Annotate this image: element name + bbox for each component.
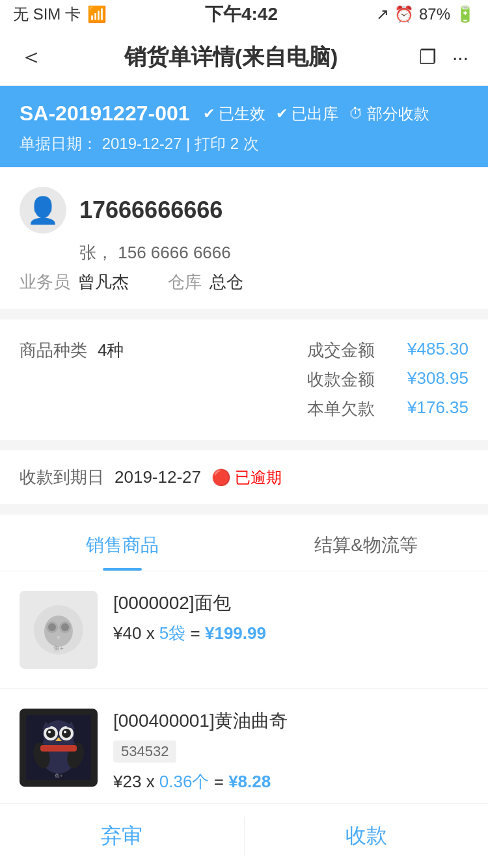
status-tags: ✔ 已生效 ✔ 已出库 ⏱ 部分收款: [203, 103, 429, 124]
owl-icon-placeholder: 鱼+: [33, 604, 85, 656]
overdue-badge: 🔴 已逾期: [211, 467, 282, 488]
status-time: 下午4:42: [205, 2, 278, 27]
product-thumbnail-2: 鱼+: [20, 709, 98, 787]
thumb-placeholder-1: 鱼+: [20, 591, 98, 669]
product-name-2: [000400001]黄油曲奇: [113, 709, 468, 733]
product-price-2: ¥23 x 0.36个 = ¥8.28: [113, 770, 468, 793]
wifi-icon: 📶: [87, 5, 107, 23]
check-icon-1: ✔: [203, 105, 215, 122]
svg-point-15: [48, 731, 51, 733]
multiply-1: x: [146, 623, 159, 643]
date-label: 单据日期：: [20, 135, 98, 152]
list-item: 鱼+ [0000002]面包 ¥40 x 5袋 = ¥199.99: [0, 571, 488, 689]
qty-1: 5袋: [159, 623, 185, 643]
received-label: 收款金额: [297, 368, 375, 391]
tab-settlement[interactable]: 结算&物流等: [244, 515, 488, 571]
meta-warehouse: 仓库 总仓: [168, 271, 243, 293]
tab-section: 销售商品 结算&物流等: [0, 515, 488, 571]
battery-text: 87%: [419, 5, 450, 23]
overdue-text: 已逾期: [235, 467, 282, 488]
tab-sales-label: 销售商品: [86, 535, 159, 555]
status-tag-partial: ⏱ 部分收款: [349, 103, 429, 124]
export-icon[interactable]: ❐: [419, 46, 437, 68]
price-2: ¥23: [113, 772, 141, 791]
qty-2: 0.36个: [159, 772, 210, 791]
customer-section: 👤 17666666666 张， 156 6666 6666 业务员 曾凡杰 仓…: [0, 167, 488, 309]
product-name-1: [0000002]面包: [113, 591, 468, 616]
product-type-count: 4种: [98, 339, 124, 362]
debt-value: ¥176.35: [390, 398, 468, 420]
check-icon-2: ✔: [276, 105, 288, 122]
clock-icon: ⏱: [349, 105, 363, 122]
bottom-bar: 弃审 收款: [0, 803, 488, 868]
svg-point-4: [48, 623, 56, 631]
deal-amount-value: ¥485.30: [390, 339, 468, 362]
avatar-icon: 👤: [27, 195, 59, 226]
amount-section: 商品种类 4种 成交金额 ¥485.30 收款金额 ¥308.95 本单欠款 ¥…: [0, 319, 488, 440]
location-icon: ↗: [376, 5, 389, 23]
order-id: SA-20191227-001: [20, 102, 190, 126]
battery-icon: 🔋: [455, 5, 475, 23]
status-shipped-label: 已出库: [291, 103, 338, 124]
nav-bar: ＜ 销货单详情(来自电脑) ❐ ···: [0, 29, 488, 86]
order-header-banner: SA-20191227-001 ✔ 已生效 ✔ 已出库 ⏱ 部分收款 单据日期：…: [0, 86, 488, 167]
due-label: 收款到期日: [20, 466, 104, 489]
banner-top: SA-20191227-001 ✔ 已生效 ✔ 已出库 ⏱ 部分收款: [20, 102, 468, 126]
alarm-icon: ⏰: [394, 5, 414, 23]
tab-sales-products[interactable]: 销售商品: [0, 515, 244, 571]
status-partial-label: 部分收款: [367, 103, 429, 124]
total-1: ¥199.99: [205, 623, 266, 643]
avatar: 👤: [20, 187, 66, 234]
overdue-icon: 🔴: [211, 468, 231, 487]
customer-name: 张，: [79, 243, 113, 262]
carrier-text: 无 SIM 卡: [13, 4, 81, 25]
product-type: 商品种类 4种: [20, 339, 297, 362]
amount-details: 成交金额 ¥485.30 收款金额 ¥308.95 本单欠款 ¥176.35: [297, 339, 468, 420]
due-date-section: 收款到期日 2019-12-27 🔴 已逾期: [0, 450, 488, 504]
cancel-button[interactable]: 弃审: [0, 804, 244, 868]
warehouse-label: 仓库: [168, 271, 202, 293]
sales-value: 曾凡杰: [78, 271, 129, 293]
customer-name-phone: 张， 156 6666 6666: [20, 241, 468, 264]
status-left: 无 SIM 卡 📶: [13, 4, 107, 25]
customer-phone: 156 6666 6666: [118, 243, 231, 262]
due-date: 2019-12-27: [115, 467, 201, 487]
svg-point-5: [61, 623, 69, 631]
svg-text:鱼+: 鱼+: [55, 773, 63, 779]
product-type-label: 商品种类: [20, 339, 87, 362]
status-tag-shipped: ✔ 已出库: [276, 103, 338, 124]
product-list: 鱼+ [0000002]面包 ¥40 x 5袋 = ¥199.99: [0, 571, 488, 813]
deal-amount-row: 成交金额 ¥485.30: [297, 339, 468, 362]
status-effective-label: 已生效: [219, 103, 265, 124]
multiply-2: x: [146, 772, 159, 791]
list-item: 鱼+ [000400001]黄油曲奇 534532 ¥23 x 0.36个 = …: [0, 689, 488, 813]
more-icon[interactable]: ···: [452, 46, 468, 68]
svg-point-16: [64, 731, 66, 733]
equals-2: =: [214, 772, 228, 791]
product-info-2: [000400001]黄油曲奇 534532 ¥23 x 0.36个 = ¥8.…: [113, 709, 468, 793]
product-price-1: ¥40 x 5袋 = ¥199.99: [113, 622, 468, 645]
svg-text:鱼+: 鱼+: [53, 645, 64, 652]
debt-amount-row: 本单欠款 ¥176.35: [297, 398, 468, 420]
svg-point-13: [46, 729, 55, 738]
banner-date-info: 单据日期： 2019-12-27 | 打印 2 次: [20, 133, 468, 154]
debt-label: 本单欠款: [297, 398, 375, 420]
status-right: ↗ ⏰ 87% 🔋: [376, 5, 475, 23]
status-tag-effective: ✔ 已生效: [203, 103, 265, 124]
nav-actions: ❐ ···: [419, 46, 468, 68]
received-amount-row: 收款金额 ¥308.95: [297, 368, 468, 391]
svg-point-14: [62, 729, 71, 738]
product-thumbnail-1: 鱼+: [20, 591, 98, 669]
tab-settlement-label: 结算&物流等: [314, 535, 418, 555]
customer-row: 👤 17666666666: [20, 187, 468, 234]
price-1: ¥40: [113, 623, 141, 643]
meta-sales: 业务员 曾凡杰: [20, 271, 129, 293]
customer-meta: 业务员 曾凡杰 仓库 总仓: [20, 271, 468, 293]
page-title: 销货单详情(来自电脑): [124, 42, 338, 72]
deal-amount-label: 成交金额: [297, 339, 375, 362]
confirm-button[interactable]: 收款: [245, 804, 489, 868]
back-button[interactable]: ＜: [20, 41, 43, 73]
status-bar: 无 SIM 卡 📶 下午4:42 ↗ ⏰ 87% 🔋: [0, 0, 488, 29]
order-date: 2019-12-27: [102, 135, 182, 152]
received-value: ¥308.95: [390, 368, 468, 391]
